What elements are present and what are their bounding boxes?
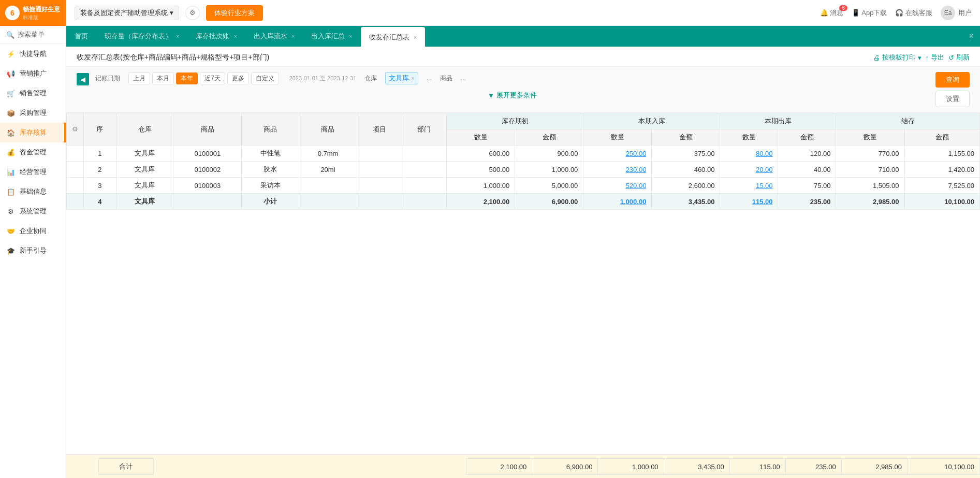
- online-service[interactable]: 🎧 在线客服: [895, 8, 932, 18]
- notifications[interactable]: 🔔 6 消息: [820, 8, 844, 18]
- row-outbound-qty[interactable]: 15.00: [720, 178, 778, 194]
- row-index: 1: [84, 146, 116, 162]
- tab-close-recv-send-summary[interactable]: ×: [414, 34, 417, 40]
- column-settings-button[interactable]: 设置: [935, 91, 970, 107]
- system-selector[interactable]: 装备及固定资产辅助管理系统 ▾: [75, 6, 179, 20]
- tab-batch-ledger[interactable]: 库存批次账×: [187, 26, 245, 47]
- trial-button[interactable]: 体验行业方案: [206, 5, 263, 21]
- col-outbound-amt: 金额: [778, 129, 836, 146]
- tab-inout-flow[interactable]: 出入库流水×: [245, 26, 303, 47]
- row-warehouse: 文具库: [116, 178, 173, 194]
- row-outbound-amt: 120.00: [778, 146, 836, 162]
- tab-home[interactable]: 首页: [66, 26, 96, 47]
- tab-label: 收发存汇总表: [369, 33, 409, 42]
- subtotal-name: 小计: [242, 194, 299, 210]
- purchase-icon: 📦: [6, 108, 16, 118]
- col-index-header: 序: [84, 113, 116, 146]
- system-dropdown-icon: ▾: [170, 9, 173, 17]
- export-button[interactable]: ↑ 导出: [926, 53, 945, 62]
- row-settings[interactable]: [67, 178, 84, 194]
- sidebar-item-label: 采购管理: [20, 108, 47, 118]
- date-btn-更多[interactable]: 更多: [227, 73, 249, 84]
- subtotal-inbound-qty: 1,000.00: [583, 194, 652, 210]
- tab-recv-send-summary[interactable]: 收发存汇总表×: [361, 27, 425, 47]
- date-btn-近7天[interactable]: 近7天: [200, 73, 225, 84]
- row-inbound-qty[interactable]: 250.00: [583, 146, 652, 162]
- row-opening-qty: 600.00: [447, 146, 515, 162]
- row-outbound-amt: 40.00: [778, 162, 836, 178]
- expand-button[interactable]: ▼ 展开更多条件: [488, 89, 537, 102]
- print-button[interactable]: 🖨 按模板打印 ▾: [873, 53, 922, 62]
- expand-icon: ▼: [488, 92, 494, 99]
- subtotal-code: [173, 194, 242, 210]
- quick-nav-label: 快捷导航: [20, 49, 47, 59]
- footer-inbound-amt: 3,435.00: [664, 459, 729, 475]
- row-inbound-qty[interactable]: 520.00: [583, 178, 652, 194]
- sidebar-item-finance[interactable]: 💰资金管理: [0, 142, 66, 162]
- row-project: [357, 146, 402, 162]
- page-actions: 🖨 按模板打印 ▾ ↑ 导出 ↺ 刷新: [873, 53, 970, 62]
- user-area[interactable]: Ea 用户: [941, 6, 972, 20]
- topbar: 装备及固定资产辅助管理系统 ▾ ⚙ 体验行业方案 🔔 6 消息 📱 App下载 …: [66, 0, 980, 26]
- sidebar-item-purchase[interactable]: 📦采购管理: [0, 103, 66, 123]
- settings-button[interactable]: ⚙: [185, 6, 200, 20]
- row-settings[interactable]: [67, 162, 84, 178]
- warehouse-more[interactable]: ...: [427, 75, 432, 82]
- collab-icon: 🤝: [6, 226, 16, 236]
- refresh-button[interactable]: ↺ 刷新: [948, 53, 970, 62]
- row-inbound-amt: 2,600.00: [652, 178, 720, 194]
- sidebar-item-guide[interactable]: 🎓新手引导: [0, 241, 66, 260]
- notification-count: 6: [839, 5, 847, 11]
- date-btn-自定义[interactable]: 自定义: [251, 73, 279, 84]
- sidebar-item-inventory[interactable]: 🏠库存核算: [0, 123, 66, 142]
- printer-icon: 🖨: [873, 54, 880, 62]
- subtotal-outbound-amt: 235.00: [778, 194, 836, 210]
- tab-label: 出入库汇总: [311, 32, 345, 41]
- search-menu[interactable]: 🔍 搜索菜单: [0, 26, 66, 44]
- page-title: 收发存汇总表(按仓库+商品编码+商品+规格型号+项目+部门): [77, 53, 269, 62]
- query-button[interactable]: 查询: [935, 72, 970, 88]
- tab-close-inout-flow[interactable]: ×: [291, 33, 295, 39]
- close-tabbar-btn[interactable]: ×: [963, 32, 980, 41]
- col-closing-qty: 数量: [836, 129, 904, 146]
- col-dept-header: 部门: [402, 113, 447, 146]
- row-closing-amt: 1,420.00: [904, 162, 979, 178]
- warehouse-tag-close[interactable]: ×: [411, 75, 414, 81]
- sidebar-item-basic[interactable]: 📋基础信息: [0, 182, 66, 201]
- table-footer: 合计 2,100.00 6,900.00 1,000.00 3,435.00 1…: [66, 454, 980, 478]
- col-settings[interactable]: ⚙: [67, 113, 84, 146]
- tab-close-inout-summary[interactable]: ×: [349, 33, 352, 39]
- footer-outbound-amt: 235.00: [785, 459, 841, 475]
- tab-inout-summary[interactable]: 出入库汇总×: [303, 26, 360, 47]
- logo-icon: 6: [5, 6, 20, 20]
- product-more[interactable]: ...: [461, 75, 466, 82]
- date-btn-上月[interactable]: 上月: [128, 73, 150, 84]
- date-btn-本月[interactable]: 本月: [152, 73, 174, 84]
- quick-nav-icon: ⚡: [6, 49, 16, 59]
- sidebar-item-label: 库存核算: [20, 128, 47, 137]
- row-warehouse: 文具库: [116, 146, 173, 162]
- row-outbound-qty[interactable]: 80.00: [720, 146, 778, 162]
- row-closing-qty: 710.00: [836, 162, 904, 178]
- sidebar-item-operations[interactable]: 📊经营管理: [0, 162, 66, 182]
- sidebar-item-collab[interactable]: 🤝企业协同: [0, 221, 66, 241]
- sidebar-item-marketing[interactable]: 📢营销推广: [0, 64, 66, 83]
- tab-close-stock-dist[interactable]: ×: [176, 33, 179, 39]
- tab-close-batch-ledger[interactable]: ×: [233, 33, 237, 39]
- row-settings[interactable]: [67, 146, 84, 162]
- sidebar-item-sales[interactable]: 🛒销售管理: [0, 83, 66, 103]
- app-download[interactable]: 📱 App下载: [852, 8, 887, 18]
- footer-opening-amt: 6,900.00: [532, 459, 598, 475]
- row-outbound-qty[interactable]: 20.00: [720, 162, 778, 178]
- filter-toggle[interactable]: ◀: [77, 73, 89, 85]
- row-code: 0100001: [173, 146, 242, 162]
- sidebar-item-system[interactable]: ⚙系统管理: [0, 201, 66, 221]
- topbar-right: 🔔 6 消息 📱 App下载 🎧 在线客服 Ea 用户: [820, 6, 972, 20]
- warehouse-tag[interactable]: 文具库 ×: [385, 72, 418, 84]
- system-icon: ⚙: [6, 207, 16, 216]
- sidebar-item-quick-nav[interactable]: ⚡ 快捷导航: [0, 44, 66, 64]
- date-btn-本年[interactable]: 本年: [176, 73, 198, 84]
- row-inbound-qty[interactable]: 230.00: [583, 162, 652, 178]
- tab-stock-dist[interactable]: 现存量（库存分布表）×: [96, 26, 187, 47]
- subtotal-spec: [299, 194, 357, 210]
